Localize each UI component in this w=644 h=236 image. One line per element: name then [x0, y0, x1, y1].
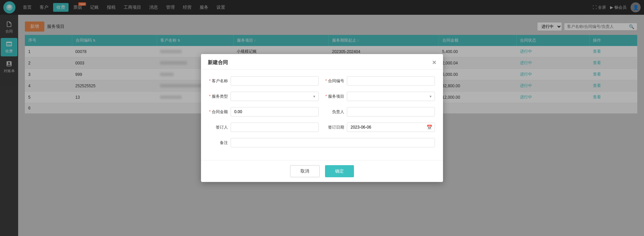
label-service-item: 服务项目 [325, 94, 344, 99]
label-customer: 客户名称 [209, 78, 228, 84]
cancel-button[interactable]: 取消 [290, 165, 320, 177]
select-service-item[interactable] [347, 92, 435, 101]
form-group-remark: 备注 [209, 138, 435, 147]
input-remark[interactable] [231, 138, 435, 147]
label-remark: 备注 [209, 140, 228, 146]
input-responsible[interactable] [347, 107, 435, 116]
form-group-responsible: 负责人 [325, 107, 435, 116]
form-group-customer: 客户名称 [209, 76, 319, 86]
form-row-1: 客户名称 合同编号 [209, 76, 435, 86]
input-customer-name[interactable] [231, 76, 319, 86]
confirm-button[interactable]: 确定 [325, 165, 354, 177]
modal-title: 新建合同 [208, 59, 228, 66]
form-group-sign-date: 签订日期 📅 [325, 123, 435, 132]
modal-close-button[interactable]: ✕ [432, 60, 436, 65]
form-row-2: 服务类型 服务项目 [209, 92, 435, 101]
service-type-wrapper [231, 92, 319, 101]
label-contract-no: 合同编号 [325, 78, 344, 84]
input-sign-date[interactable] [347, 123, 435, 132]
form-row-5: 备注 [209, 138, 435, 147]
form-group-contract-no: 合同编号 [325, 76, 435, 86]
modal-overlay[interactable]: 新建合同 ✕ 客户名称 合同编号 服务类型 [0, 0, 644, 236]
select-service-type[interactable] [231, 92, 319, 101]
service-item-wrapper [347, 92, 435, 101]
label-signer: 签订人 [209, 125, 228, 130]
label-responsible: 负责人 [325, 109, 344, 115]
modal-body: 客户名称 合同编号 服务类型 [201, 69, 443, 160]
form-group-amount: 合同金额 [209, 107, 319, 116]
form-group-service-type: 服务类型 [209, 92, 319, 101]
form-group-service-item: 服务项目 [325, 92, 435, 101]
input-contract-no[interactable] [347, 76, 435, 86]
modal-header: 新建合同 ✕ [201, 54, 443, 69]
input-amount[interactable] [231, 107, 319, 116]
form-group-signer: 签订人 [209, 123, 319, 132]
label-service-type: 服务类型 [209, 94, 228, 99]
date-input-wrapper: 📅 [347, 123, 435, 132]
form-row-3: 合同金额 负责人 [209, 107, 435, 116]
modal-footer: 取消 确定 [201, 160, 443, 182]
form-row-4: 签订人 签订日期 📅 [209, 123, 435, 132]
label-sign-date: 签订日期 [325, 125, 344, 130]
input-signer[interactable] [231, 123, 319, 132]
label-amount: 合同金额 [209, 109, 228, 115]
new-contract-modal: 新建合同 ✕ 客户名称 合同编号 服务类型 [201, 54, 443, 182]
